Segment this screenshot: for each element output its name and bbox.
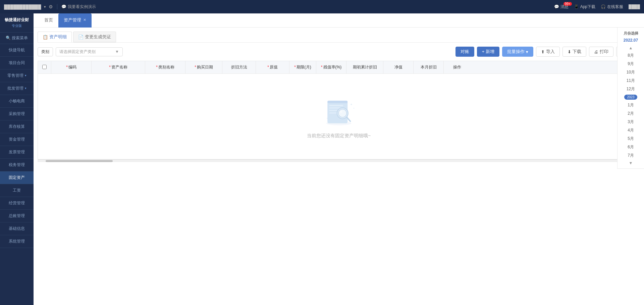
header-date: *购买日期 (185, 61, 222, 73)
empty-illustration (319, 94, 359, 128)
sidebar-item-basic-info[interactable]: 基础信息 (0, 222, 34, 235)
svg-point-12 (354, 108, 355, 109)
app-download-button[interactable]: 📱 App下载 (574, 4, 595, 10)
month-nav-down[interactable]: ▼ (628, 160, 634, 166)
month-panel-title: 月份选择 (621, 30, 641, 37)
page-content: 📋 资产明细 📄 变更生成凭证 类别 请选择固定资产类别 ▼ (34, 28, 644, 305)
category-filter[interactable]: 类别 (38, 47, 53, 56)
month-item-7[interactable]: 7月 (620, 151, 642, 160)
sidebar-item-project-contract[interactable]: 项目合同 (0, 57, 34, 69)
header-code: *编码 (51, 61, 92, 73)
demo-link[interactable]: 💬 我要看实例演示 (61, 4, 96, 10)
sidebar-item-invoice[interactable]: 发票管理 (0, 146, 34, 159)
headset-icon: 🎧 (601, 4, 606, 9)
subtab-change-voucher[interactable]: 📄 变更生成凭证 (73, 32, 116, 42)
header-method: 折旧方法 (222, 61, 256, 73)
app-title-blur: ████████████ (4, 4, 41, 9)
month-item-6[interactable]: 6月 (620, 143, 642, 151)
month-item-3[interactable]: 3月 (620, 118, 642, 126)
svg-rect-3 (329, 105, 343, 106)
subtab-asset-detail[interactable]: 📋 资产明细 (38, 32, 72, 42)
tab-home[interactable]: 首页 (39, 13, 58, 28)
header-monthly-dep: 本月折旧 (414, 61, 444, 73)
empty-message: 当前您还没有固定资产明细哦~ (307, 133, 371, 139)
sidebar-search-menu[interactable]: 🔍 搜索菜单 (0, 33, 34, 44)
category-input[interactable]: 请选择固定资产类别 ▼ (56, 47, 123, 56)
import-button[interactable]: ⬆ 导入 (536, 47, 560, 57)
sidebar-item-inventory[interactable]: 库存核算 (0, 120, 34, 133)
year-2023-badge: 2023 (624, 95, 637, 100)
phone-icon: 📱 (574, 4, 579, 9)
search-icon: 🔍 (6, 36, 11, 40)
top-bar: ████████████ ▾ ⚙ 💬 我要看实例演示 💬 消息 99+ 📱 Ap… (0, 0, 644, 13)
svg-point-11 (351, 104, 352, 105)
header-period: *期限(月) (289, 61, 316, 73)
select-all-checkbox[interactable] (42, 65, 47, 69)
sidebar-item-payroll[interactable]: 工资 (0, 184, 34, 197)
download-button[interactable]: ⬇ 下载 (562, 47, 586, 57)
header-residual: *残值率(%) (316, 61, 346, 73)
empty-state: 当前您还没有固定资产明细哦~ (38, 74, 640, 159)
svg-point-13 (327, 118, 328, 119)
horizontal-scrollbar[interactable] (38, 159, 640, 162)
print-icon: 🖨 (594, 49, 598, 54)
sidebar-item-system[interactable]: 系统管理 (0, 235, 34, 248)
month-item-2[interactable]: 2月 (620, 109, 642, 118)
app-layout: 畅捷通好业财 专业版 🔍 搜索菜单 快捷导航 项目合同 零售管理 ▾ 批发管理 … (0, 13, 644, 305)
add-button[interactable]: + 新增 (477, 47, 499, 57)
asset-table: *编码 *资产名称 *类别名称 *购买日期 折旧方法 (38, 61, 640, 159)
scroll-thumb[interactable] (46, 160, 113, 162)
header-checkbox[interactable] (38, 61, 51, 73)
content-area: 📋 资产明细 📄 变更生成凭证 类别 请选择固定资产类别 ▼ (34, 28, 644, 305)
sidebar-item-wholesale[interactable]: 批发管理 ▾ (0, 82, 34, 95)
title-dropdown-icon[interactable]: ▾ (44, 5, 46, 9)
sidebar-item-quick-nav[interactable]: 快捷导航 (0, 44, 34, 57)
svg-point-10 (340, 110, 342, 113)
sidebar-item-tax[interactable]: 税务管理 (0, 159, 34, 171)
top-bar-left: ████████████ ▾ ⚙ 💬 我要看实例演示 (4, 4, 96, 10)
sidebar-item-ecommerce[interactable]: 小畅电商 (0, 95, 34, 108)
top-bar-right: 💬 消息 99+ 📱 App下载 🎧 在线客服 ████ (554, 4, 640, 10)
month-nav-up[interactable]: ▲ (628, 45, 634, 51)
tab-asset-management[interactable]: 资产管理 ✕ (58, 13, 92, 28)
sub-tabs: 📋 资产明细 📄 变更生成凭证 (38, 32, 640, 43)
header-action: 操作 (444, 61, 471, 73)
month-item-5[interactable]: 5月 (620, 135, 642, 143)
reconcile-button[interactable]: 对账 (455, 47, 474, 57)
settings-icon[interactable]: ⚙ (49, 4, 53, 9)
sidebar-item-fixed-assets[interactable]: 固定资产 (0, 171, 34, 184)
tab-close-icon[interactable]: ✕ (83, 18, 86, 22)
asset-detail-icon: 📋 (43, 35, 48, 40)
month-item-10[interactable]: 10月 (620, 68, 642, 77)
sidebar-item-purchase[interactable]: 采购管理 (0, 108, 34, 120)
month-item-12[interactable]: 12月 (620, 85, 642, 93)
category-dropdown-icon: ▼ (115, 49, 119, 54)
month-item-1[interactable]: 1月 (620, 101, 642, 109)
main-content: 首页 资产管理 ✕ 📋 资产明细 📄 变更生成凭证 (34, 13, 644, 305)
sidebar-item-finance[interactable]: 资金管理 (0, 133, 34, 146)
sidebar-item-ledger[interactable]: 总账管理 (0, 210, 34, 222)
header-category: *类别名称 (145, 61, 185, 73)
action-buttons: 对账 + 新增 批量操作 ▾ ⬆ 导入 ⬇ 下载 (455, 47, 640, 57)
month-selector-panel: 月份选择 2022.07 ▲ 8月 9月 10月 11月 12月 2023 1月… (617, 28, 644, 169)
svg-rect-2 (327, 101, 347, 103)
message-button[interactable]: 💬 消息 99+ (554, 4, 569, 10)
header-name: *资产名称 (92, 61, 145, 73)
month-item-9[interactable]: 9月 (620, 60, 642, 68)
month-item-11[interactable]: 11月 (620, 77, 642, 85)
online-service-button[interactable]: 🎧 在线客服 (601, 4, 623, 10)
message-badge: 99+ (564, 2, 572, 6)
sidebar-item-retail[interactable]: 零售管理 ▾ (0, 69, 34, 82)
month-item-4[interactable]: 4月 (620, 126, 642, 135)
print-button[interactable]: 🖨 打印 (589, 47, 613, 57)
message-icon: 💬 (554, 4, 559, 9)
batch-button[interactable]: 批量操作 ▾ (502, 47, 533, 57)
sidebar-item-operations[interactable]: 经营管理 (0, 197, 34, 210)
user-info[interactable]: ████ (629, 4, 640, 9)
import-icon: ⬆ (541, 49, 545, 54)
current-year-month[interactable]: 2022.07 (621, 37, 641, 45)
quick-nav-label: 快捷导航 (9, 47, 25, 53)
month-item-8[interactable]: 8月 (620, 51, 642, 60)
svg-point-8 (338, 109, 346, 117)
sidebar: 畅捷通好业财 专业版 🔍 搜索菜单 快捷导航 项目合同 零售管理 ▾ 批发管理 … (0, 13, 34, 305)
